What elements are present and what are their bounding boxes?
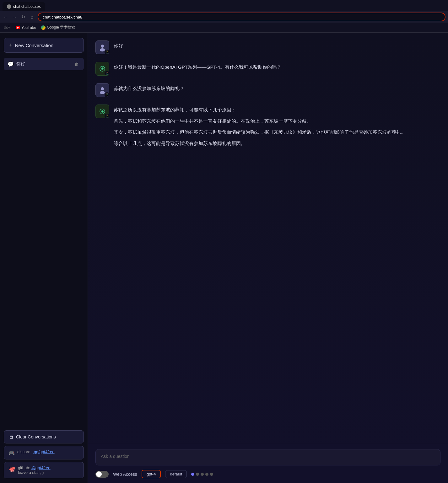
svg-marker-0 — [17, 27, 19, 29]
forward-button[interactable]: → — [11, 14, 18, 20]
ai2-para3: 其次，苏轼虽然很敬重苏东坡，但他在苏东坡去世后负面情绪较为强烈，据《东坡九议》和… — [114, 128, 435, 136]
google-scholar-label: Google 学术搜索 — [47, 25, 75, 30]
active-tab[interactable]: chat.chatbot.sex — [3, 2, 45, 11]
tab-bar: chat.chatbot.sex — [0, 0, 448, 11]
dot-1[interactable] — [191, 473, 194, 476]
new-conversation-label: New Conversation — [15, 43, 54, 48]
ai2-para2: 首先，苏轼和苏东坡在他们的一生中并不是一直友好相处的。在政治上，苏东坡一度下令分… — [114, 117, 435, 125]
browser-chrome: chat.chatbot.sex ← → ↻ ⌂ chat.chatbot.se… — [0, 0, 448, 33]
app-container: + New Conversation 💬 你好 🗑 🗑 Clear Conver… — [0, 33, 448, 483]
svg-point-8 — [102, 111, 103, 112]
discord-icon: 🎮 — [8, 450, 15, 456]
bookmark-youtube[interactable]: YouTube — [16, 25, 36, 30]
ai-avatar-badge-2: 📱 — [105, 114, 109, 118]
svg-point-5 — [101, 87, 104, 90]
conv-left: 💬 你好 — [8, 61, 25, 67]
clear-icon: 🗑 — [9, 434, 13, 439]
refresh-button[interactable]: ↻ — [20, 14, 26, 20]
dots-row — [191, 473, 213, 476]
input-controls: Web Access gpt-4 default — [95, 470, 440, 478]
web-access-toggle[interactable] — [95, 471, 109, 478]
apps-label: 应用 — [4, 25, 11, 30]
github-icon: 🐙 — [8, 466, 15, 473]
discord-link[interactable]: .gg/gpt4free — [33, 449, 54, 454]
dot-2[interactable] — [196, 473, 199, 476]
sidebar-bottom: 🗑 Clear Conversations 🎮 discord: .gg/gpt… — [4, 430, 84, 478]
bookmarks-bar: 应用 YouTube Google 学术搜索 — [0, 23, 448, 33]
url-text: chat.chatbot.sex/chat/ — [43, 15, 82, 19]
browser-controls: ← → ↻ ⌂ chat.chatbot.sex/chat/ — [0, 11, 448, 23]
ai-avatar-2: 📱 — [95, 105, 109, 118]
home-button[interactable]: ⌂ — [29, 14, 35, 20]
new-conversation-button[interactable]: + New Conversation — [4, 38, 84, 53]
tab-favicon — [7, 4, 11, 9]
clear-conversations-button[interactable]: 🗑 Clear Conversations — [4, 430, 84, 443]
web-access-label: Web Access — [113, 472, 137, 477]
back-button[interactable]: ← — [3, 14, 9, 20]
message-row-user2: 📱 苏轼为什么没参加苏东坡的葬礼？ — [95, 83, 435, 97]
delete-conversation-button[interactable]: 🗑 — [73, 61, 80, 67]
model-label: gpt-4 — [147, 472, 156, 476]
discord-label: discord: — [17, 449, 33, 454]
dot-4[interactable] — [205, 473, 208, 476]
youtube-icon — [16, 26, 20, 29]
message-text-user2: 苏轼为什么没参加苏东坡的葬礼？ — [114, 84, 435, 93]
github-content: github: @gpt4free leave a star ; ) — [18, 465, 51, 475]
github-sub: leave a star ; ) — [18, 470, 51, 475]
user-avatar-1: 📱 — [95, 40, 109, 54]
dot-3[interactable] — [201, 473, 204, 476]
github-label: github: — [18, 465, 31, 470]
google-scholar-icon — [41, 25, 46, 30]
svg-point-6 — [100, 91, 105, 94]
message-content-user2: 苏轼为什么没参加苏东坡的葬礼？ — [114, 83, 435, 93]
message-content-ai2: 苏轼之所以没有参加苏东坡的葬礼，可能有以下几个原因： 首先，苏轼和苏东坡在他们的… — [114, 105, 435, 147]
conversation-item[interactable]: 💬 你好 🗑 — [4, 58, 84, 70]
input-placeholder: Ask a question — [101, 454, 130, 459]
chat-bubble-icon: 💬 — [8, 61, 14, 67]
toggle-knob — [96, 471, 102, 477]
message-row-user1: 📱 你好 — [95, 40, 435, 54]
message-content-user1: 你好 — [114, 40, 435, 50]
youtube-label: YouTube — [21, 25, 36, 30]
message-text-user1: 你好 — [114, 42, 435, 50]
default-label: default — [170, 472, 182, 476]
conversation-list: 💬 你好 🗑 — [4, 58, 84, 430]
discord-box: 🎮 discord: .gg/gpt4free — [4, 446, 84, 459]
ai-avatar-1: 📱 — [95, 62, 109, 76]
message-content-ai1: 你好！我是最新一代的OpenAI GPT系列——GPT-4。有什么我可以帮助你的… — [114, 62, 435, 71]
input-area: Ask a question Web Access gpt-4 default — [88, 444, 448, 483]
messages-container: 📱 你好 📱 你好！我是最新一代的OpenAI GPT系列—— — [88, 33, 448, 444]
clear-conversations-label: Clear Conversations — [16, 434, 56, 439]
ai-avatar-badge-1: 📱 — [105, 71, 109, 76]
tab-label: chat.chatbot.sex — [13, 4, 40, 9]
bookmark-google-scholar[interactable]: Google 学术搜索 — [41, 25, 75, 30]
discord-content: discord: .gg/gpt4free — [17, 449, 55, 454]
message-row-ai2: 📱 苏轼之所以没有参加苏东坡的葬礼，可能有以下几个原因： 首先，苏轼和苏东坡在他… — [95, 105, 435, 147]
user-avatar-badge-2: 📱 — [105, 92, 109, 97]
conversation-title: 你好 — [16, 61, 25, 67]
message-text-ai1: 你好！我是最新一代的OpenAI GPT系列——GPT-4。有什么我可以帮助你的… — [114, 63, 435, 71]
ai2-para4: 综合以上几点，这可能是导致苏轼没有参加苏东坡葬礼的原因。 — [114, 139, 435, 148]
address-bar[interactable]: chat.chatbot.sex/chat/ — [38, 13, 445, 21]
svg-point-2 — [100, 48, 105, 51]
message-text-ai2: 苏轼之所以没有参加苏东坡的葬礼，可能有以下几个原因： 首先，苏轼和苏东坡在他们的… — [114, 106, 435, 147]
ai2-para1: 苏轼之所以没有参加苏东坡的葬礼，可能有以下几个原因： — [114, 106, 435, 114]
default-selector[interactable]: default — [165, 470, 187, 478]
chat-input[interactable]: Ask a question — [95, 449, 440, 465]
github-box: 🐙 github: @gpt4free leave a star ; ) — [4, 462, 84, 478]
sidebar: + New Conversation 💬 你好 🗑 🗑 Clear Conver… — [0, 33, 88, 483]
dot-5[interactable] — [210, 473, 213, 476]
model-selector[interactable]: gpt-4 — [142, 470, 161, 478]
user-avatar-badge-1: 📱 — [105, 50, 109, 54]
user-avatar-2: 📱 — [95, 83, 109, 97]
plus-icon: + — [9, 42, 13, 49]
svg-point-1 — [101, 45, 104, 48]
message-row-ai1: 📱 你好！我是最新一代的OpenAI GPT系列——GPT-4。有什么我可以帮助… — [95, 62, 435, 76]
chat-area: 📱 你好 📱 你好！我是最新一代的OpenAI GPT系列—— — [88, 33, 448, 483]
github-link[interactable]: @gpt4free — [31, 465, 51, 470]
svg-point-4 — [102, 68, 103, 70]
